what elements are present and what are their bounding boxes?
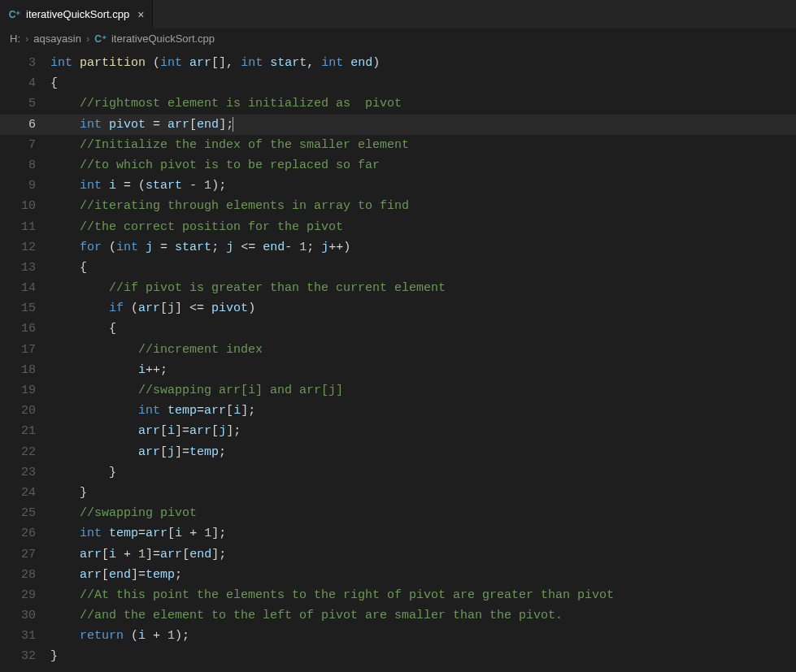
code-content[interactable]: }	[50, 483, 796, 503]
line-number: 5	[0, 93, 50, 114]
code-line[interactable]: 18 i++;	[0, 360, 796, 380]
code-line[interactable]: 17 //increment index	[0, 340, 796, 360]
code-line[interactable]: 19 //swapping arr[i] and arr[j]	[0, 380, 796, 401]
line-number: 25	[0, 503, 50, 523]
line-number: 18	[0, 360, 50, 380]
code-line[interactable]: 30 //and the element to the left of pivo…	[0, 605, 796, 626]
line-number: 15	[0, 298, 50, 319]
line-number: 32	[0, 646, 50, 666]
line-number: 22	[0, 442, 50, 462]
line-number: 27	[0, 544, 50, 565]
line-number: 11	[0, 217, 50, 237]
code-line[interactable]: 10 //iterating through elements in array…	[0, 196, 796, 216]
code-content[interactable]: //iterating through elements in array to…	[50, 196, 796, 216]
code-line[interactable]: 27 arr[i + 1]=arr[end];	[0, 544, 796, 565]
code-line[interactable]: 13 {	[0, 258, 796, 278]
text-cursor	[233, 117, 233, 132]
line-number: 12	[0, 237, 50, 258]
code-editor[interactable]: 3int partition (int arr[], int start, in…	[0, 50, 796, 667]
line-number: 16	[0, 319, 50, 339]
code-content[interactable]: return (i + 1);	[50, 626, 796, 646]
line-number: 8	[0, 155, 50, 176]
line-number: 14	[0, 278, 50, 298]
code-content[interactable]: int partition (int arr[], int start, int…	[50, 53, 796, 73]
code-content[interactable]: int i = (start - 1);	[50, 176, 796, 196]
code-content[interactable]: int temp=arr[i + 1];	[50, 523, 796, 544]
code-line[interactable]: 32}	[0, 646, 796, 666]
code-content[interactable]: //Initialize the index of the smaller el…	[50, 135, 796, 155]
code-line[interactable]: 12 for (int j = start; j <= end- 1; j++)	[0, 237, 796, 258]
code-content[interactable]: //and the element to the left of pivot a…	[50, 605, 796, 626]
code-content[interactable]: //to which pivot is to be replaced so fa…	[50, 155, 796, 176]
code-line[interactable]: 4{	[0, 73, 796, 93]
code-content[interactable]: {	[50, 258, 796, 278]
code-content[interactable]: int temp=arr[i];	[50, 401, 796, 421]
tab-iterativequicksort[interactable]: C⁺ iterativeQuickSort.cpp ×	[0, 0, 153, 28]
line-number: 26	[0, 523, 50, 544]
code-content[interactable]: {	[50, 73, 796, 93]
code-line[interactable]: 9 int i = (start - 1);	[0, 176, 796, 196]
line-number: 24	[0, 483, 50, 503]
line-number: 3	[0, 53, 50, 73]
breadcrumb: H: › aqsayasin › C⁺ iterativeQuickSort.c…	[0, 28, 796, 50]
code-line[interactable]: 8 //to which pivot is to be replaced so …	[0, 155, 796, 176]
line-number: 20	[0, 401, 50, 421]
code-content[interactable]: //rightmost element is initialized as pi…	[50, 93, 796, 114]
code-line[interactable]: 23 }	[0, 462, 796, 483]
line-number: 13	[0, 258, 50, 278]
cpp-file-icon: C⁺	[94, 33, 107, 45]
code-line[interactable]: 22 arr[j]=temp;	[0, 442, 796, 462]
code-content[interactable]: i++;	[50, 360, 796, 380]
breadcrumb-part[interactable]: H:	[10, 33, 20, 45]
code-line[interactable]: 20 int temp=arr[i];	[0, 401, 796, 421]
line-number: 7	[0, 135, 50, 155]
code-line[interactable]: 24 }	[0, 483, 796, 503]
line-number: 28	[0, 565, 50, 585]
line-number: 30	[0, 605, 50, 626]
code-line[interactable]: 14 //if pivot is greater than the curren…	[0, 278, 796, 298]
code-line[interactable]: 7 //Initialize the index of the smaller …	[0, 135, 796, 155]
close-icon[interactable]: ×	[137, 8, 144, 21]
code-content[interactable]: arr[i]=arr[j];	[50, 421, 796, 441]
code-line[interactable]: 3int partition (int arr[], int start, in…	[0, 53, 796, 73]
line-number: 21	[0, 421, 50, 441]
code-line[interactable]: 21 arr[i]=arr[j];	[0, 421, 796, 441]
tab-label: iterativeQuickSort.cpp	[26, 8, 129, 20]
line-number: 9	[0, 176, 50, 196]
code-line[interactable]: 11 //the correct position for the pivot	[0, 217, 796, 237]
line-number: 10	[0, 196, 50, 216]
line-number: 23	[0, 462, 50, 483]
code-content[interactable]: }	[50, 462, 796, 483]
line-number: 29	[0, 585, 50, 605]
line-number: 31	[0, 626, 50, 646]
code-content[interactable]: int pivot = arr[end];	[50, 115, 796, 135]
code-content[interactable]: for (int j = start; j <= end- 1; j++)	[50, 237, 796, 258]
code-content[interactable]: arr[i + 1]=arr[end];	[50, 544, 796, 565]
code-content[interactable]: //the correct position for the pivot	[50, 217, 796, 237]
tab-bar: C⁺ iterativeQuickSort.cpp ×	[0, 0, 796, 28]
code-content[interactable]: //At this point the elements to the righ…	[50, 585, 796, 605]
code-line[interactable]: 28 arr[end]=temp;	[0, 565, 796, 585]
code-content[interactable]: if (arr[j] <= pivot)	[50, 298, 796, 319]
line-number: 19	[0, 380, 50, 401]
code-content[interactable]: //swapping arr[i] and arr[j]	[50, 380, 796, 401]
code-content[interactable]: arr[j]=temp;	[50, 442, 796, 462]
breadcrumb-part[interactable]: iterativeQuickSort.cpp	[111, 33, 215, 45]
code-content[interactable]: arr[end]=temp;	[50, 565, 796, 585]
code-content[interactable]: }	[50, 646, 796, 666]
code-content[interactable]: {	[50, 319, 796, 339]
code-line[interactable]: 26 int temp=arr[i + 1];	[0, 523, 796, 544]
code-line[interactable]: 25 //swapping pivot	[0, 503, 796, 523]
code-line[interactable]: 31 return (i + 1);	[0, 626, 796, 646]
code-line[interactable]: 29 //At this point the elements to the r…	[0, 585, 796, 605]
code-content[interactable]: //if pivot is greater than the current e…	[50, 278, 796, 298]
code-content[interactable]: //swapping pivot	[50, 503, 796, 523]
breadcrumb-part[interactable]: aqsayasin	[33, 33, 81, 45]
code-line[interactable]: 5 //rightmost element is initialized as …	[0, 93, 796, 114]
code-line[interactable]: 16 {	[0, 319, 796, 339]
code-line[interactable]: 15 if (arr[j] <= pivot)	[0, 298, 796, 319]
code-content[interactable]: //increment index	[50, 340, 796, 360]
code-line[interactable]: 6 int pivot = arr[end];	[0, 115, 796, 135]
line-number: 6	[0, 115, 50, 135]
line-number: 4	[0, 73, 50, 93]
